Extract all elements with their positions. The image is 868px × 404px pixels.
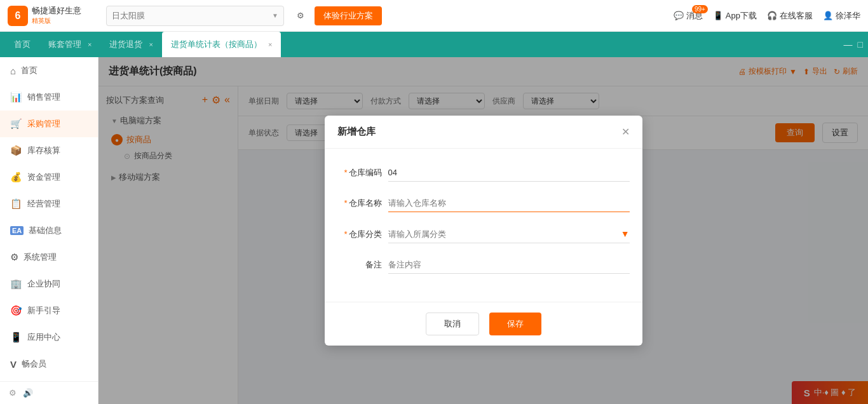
tab-purchase-return-close[interactable]: ×: [149, 41, 153, 48]
enterprise-icon: 🏢: [10, 278, 22, 290]
user-icon: 👤: [823, 11, 833, 20]
form-row-name: 仓库名称: [337, 194, 630, 212]
tab-purchase-stat-label: 进货单统计表（按商品）: [171, 39, 262, 50]
sidebar-label-system: 系统管理: [24, 252, 57, 263]
sidebar-label-basic-info: 基础信息: [29, 225, 62, 236]
name-label: 仓库名称: [337, 198, 388, 209]
name-input[interactable]: [388, 194, 630, 212]
sidebar-bottom-volume-icon[interactable]: 🔊: [23, 388, 33, 398]
sidebar-label-purchase: 采购管理: [27, 118, 60, 130]
sidebar-label-beginner: 新手引导: [27, 305, 60, 316]
online-service-label: 在线客服: [780, 10, 813, 22]
sidebar-item-beginner[interactable]: 🎯 新手引导: [0, 297, 98, 324]
inventory-icon: 📦: [10, 145, 22, 156]
modal-close-button[interactable]: ✕: [621, 126, 630, 138]
sidebar-label-sales: 销售管理: [27, 91, 60, 103]
tab-home[interactable]: 首页: [5, 32, 39, 57]
tab-bar: 首页 账套管理 × 进货退货 × 进货单统计表（按商品） × — □: [0, 32, 868, 57]
sidebar-item-sales[interactable]: 📊 销售管理: [0, 84, 98, 111]
modal-title: 新增仓库: [337, 126, 376, 138]
sidebar-label-operations: 经营管理: [27, 198, 60, 210]
remark-input[interactable]: [388, 256, 630, 274]
sidebar-label-home: 首页: [21, 65, 37, 76]
form-row-code: 仓库编码: [337, 164, 630, 182]
form-row-remark: 备注: [337, 256, 630, 274]
headset-icon: 🎧: [767, 11, 777, 20]
tab-minimize-icon[interactable]: —: [844, 39, 853, 50]
tab-account-label: 账套管理: [48, 39, 81, 50]
code-input[interactable]: [388, 164, 630, 182]
header-search-box[interactable]: 日太阳膜 ▼: [106, 6, 284, 26]
sidebar-item-enterprise[interactable]: 🏢 企业协同: [0, 271, 98, 297]
settings-icon-btn[interactable]: ⚙: [290, 6, 311, 26]
sidebar-item-app-center[interactable]: 📱 应用中心: [0, 324, 98, 351]
username-label: 徐泽华: [836, 10, 860, 22]
search-input[interactable]: 日太阳膜: [112, 11, 272, 20]
tab-account[interactable]: 账套管理 ×: [39, 32, 100, 57]
tab-purchase-stat[interactable]: 进货单统计表（按商品） ×: [162, 32, 281, 57]
sidebar-item-purchase[interactable]: 🛒 采购管理: [0, 111, 98, 137]
modal-footer: 取消 保存: [325, 302, 642, 346]
sidebar-item-home[interactable]: ⌂ 首页: [0, 57, 98, 84]
sidebar-item-operations[interactable]: 📋 经营管理: [0, 191, 98, 217]
app-download-label: App下载: [726, 10, 757, 22]
modal-overlay[interactable]: 新增仓库 ✕ 仓库编码 仓库名称 仓库分类: [98, 57, 868, 404]
sidebar-item-inventory[interactable]: 📦 库存核算: [0, 137, 98, 164]
tab-purchase-return[interactable]: 进货退货 ×: [100, 32, 161, 57]
cancel-button[interactable]: 取消: [426, 313, 479, 335]
basic-info-icon: EA: [10, 226, 24, 235]
app-center-icon: 📱: [10, 332, 22, 343]
app-download-item[interactable]: 📱 App下载: [713, 10, 757, 22]
logo-icon: 6: [8, 6, 28, 26]
modal-header: 新增仓库 ✕: [325, 116, 642, 149]
home-icon: ⌂: [10, 65, 16, 76]
sidebar-bottom-settings-icon[interactable]: ⚙: [9, 388, 17, 398]
sidebar-label-inventory: 库存核算: [27, 145, 60, 156]
sidebar-item-system[interactable]: ⚙ 系统管理: [0, 244, 98, 271]
finance-icon: 💰: [10, 172, 22, 183]
user-item[interactable]: 👤 徐泽华: [823, 10, 860, 22]
new-warehouse-modal: 新增仓库 ✕ 仓库编码 仓库名称 仓库分类: [325, 116, 642, 346]
purchase-icon: 🛒: [10, 118, 22, 130]
header-right: 💬 消息 99+ 📱 App下载 🎧 在线客服 👤 徐泽华: [674, 10, 860, 22]
sidebar-label-enterprise: 企业协同: [27, 278, 60, 290]
messages-badge: 99+: [692, 5, 708, 13]
beginner-icon: 🎯: [10, 305, 22, 316]
main-layout: ⌂ 首页 📊 销售管理 🛒 采购管理 📦 库存核算 💰 资金管理 📋 经营管理 …: [0, 57, 868, 404]
app-version: 精英版: [32, 17, 81, 25]
sidebar-item-basic-info[interactable]: EA 基础信息: [0, 217, 98, 244]
message-icon: 💬: [674, 11, 684, 20]
sidebar-item-finance[interactable]: 💰 资金管理: [0, 164, 98, 191]
tab-purchase-stat-close[interactable]: ×: [268, 41, 272, 48]
category-input[interactable]: [388, 229, 621, 239]
online-service-item[interactable]: 🎧 在线客服: [767, 10, 813, 22]
logo-area: 6 畅捷通好生意 精英版: [8, 6, 106, 26]
search-dropdown-icon[interactable]: ▼: [272, 12, 278, 19]
sidebar: ⌂ 首页 📊 销售管理 🛒 采购管理 📦 库存核算 💰 资金管理 📋 经营管理 …: [0, 57, 98, 404]
system-icon: ⚙: [10, 252, 18, 263]
top-header: 6 畅捷通好生意 精英版 日太阳膜 ▼ ⚙ 体验行业方案 💬 消息 99+ 📱 …: [0, 0, 868, 32]
category-label: 仓库分类: [337, 229, 388, 240]
save-button[interactable]: 保存: [489, 313, 541, 335]
sales-icon: 📊: [10, 91, 22, 103]
sidebar-label-app-center: 应用中心: [27, 332, 60, 343]
tab-account-close[interactable]: ×: [88, 41, 92, 48]
form-row-category: 仓库分类 ▼: [337, 225, 630, 243]
sidebar-item-member[interactable]: V 畅会员: [0, 351, 98, 377]
category-chevron-icon: ▼: [621, 229, 630, 239]
sidebar-label-finance: 资金管理: [27, 172, 60, 183]
content-area: 进货单统计(按商品) 🖨 按模板打印 ▼ ⬆ 导出 ↻ 刷新: [98, 57, 868, 404]
phone-icon: 📱: [713, 11, 723, 20]
remark-label: 备注: [337, 259, 388, 271]
modal-body: 仓库编码 仓库名称 仓库分类 ▼: [325, 149, 642, 302]
app-name: 畅捷通好生意: [32, 6, 81, 17]
try-industry-button[interactable]: 体验行业方案: [315, 6, 382, 25]
messages-item[interactable]: 💬 消息 99+: [674, 10, 703, 22]
tab-maximize-icon[interactable]: □: [858, 39, 863, 50]
tab-home-label: 首页: [14, 39, 31, 50]
code-label: 仓库编码: [337, 167, 388, 178]
tab-purchase-return-label: 进货退货: [109, 39, 142, 50]
category-select-wrap[interactable]: ▼: [388, 225, 630, 243]
member-icon: V: [10, 359, 17, 370]
sidebar-label-member: 畅会员: [22, 358, 46, 370]
